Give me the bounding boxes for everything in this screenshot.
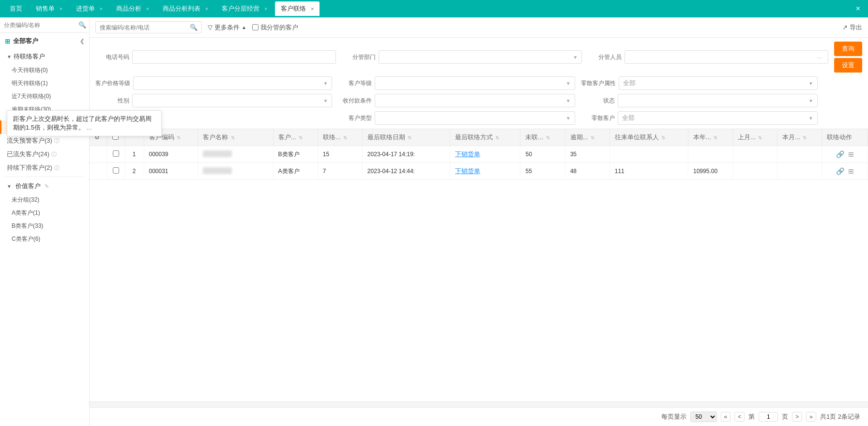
nav-product-analysis[interactable]: 商品分析 × xyxy=(110,1,155,16)
dept-input[interactable]: ▼ xyxy=(379,50,582,64)
sidebar-search-input[interactable] xyxy=(4,22,76,29)
filter-row-4: ... 客户类型 ▼ 零散客户 全部 ▼ xyxy=(95,111,862,125)
manager-input[interactable]: ··· xyxy=(624,50,828,64)
col-customer-type[interactable]: 客户... ⇅ xyxy=(273,129,318,146)
sustain-decline-info-icon[interactable]: ⓘ xyxy=(54,164,60,172)
already-lost-info-icon[interactable]: ⓘ xyxy=(51,151,57,158)
phone-input[interactable] xyxy=(132,50,336,64)
prev-page-btn[interactable]: < xyxy=(734,412,745,422)
sort-icon-name: ⇅ xyxy=(231,135,235,140)
row1-link-icon[interactable]: 🔗 xyxy=(836,150,844,158)
next-page-btn[interactable]: > xyxy=(792,412,802,422)
row2-link-icon[interactable]: 🔗 xyxy=(836,167,844,175)
sidebar-item-c-class[interactable]: C类客户(6) xyxy=(0,233,89,246)
retail-customer-label: 零散客户 xyxy=(581,114,615,122)
retail-attr-input[interactable]: 全部 ▼ xyxy=(619,76,818,90)
my-customers-check[interactable] xyxy=(252,24,259,30)
row1-last-contact-method[interactable]: 下销货单 xyxy=(450,146,520,163)
row1-overdue: 35 xyxy=(565,146,609,163)
retail-customer-input[interactable]: 全部 ▼ xyxy=(618,111,818,125)
page-number-input[interactable] xyxy=(759,412,778,422)
payment-input[interactable]: ▼ xyxy=(375,94,575,107)
export-btn[interactable]: ↗ 导出 xyxy=(842,23,862,32)
col-last-contact-date[interactable]: 最后联络日期 ⇅ xyxy=(362,129,450,146)
nav-customer-tier[interactable]: 客户分层经营 × xyxy=(216,1,273,16)
row2-unit-contact: 111 xyxy=(609,163,688,180)
col-this-month[interactable]: 本月... ⇅ xyxy=(777,129,822,146)
col-unit-contact[interactable]: 往来单位联系人 ⇅ xyxy=(609,129,688,146)
last-page-btn[interactable]: » xyxy=(806,412,816,422)
nav-sales[interactable]: 销售单 × xyxy=(30,1,68,16)
row2-last-month xyxy=(733,163,777,180)
more-conditions-btn[interactable]: ▽ 更多条件 ▲ xyxy=(208,23,246,32)
col-customer-name[interactable]: 客户名称 ⇅ xyxy=(198,129,273,146)
edit-icon[interactable]: ✎ xyxy=(45,183,49,190)
customer-level-input[interactable]: ▼ xyxy=(375,76,575,90)
top-navigation: 首页 销售单 × 进货单 × 商品分析 × 商品分析列表 × 客户分层经营 × … xyxy=(0,0,868,17)
row2-customer-type: A类客户 xyxy=(273,163,318,180)
status-down-arrow: ▼ xyxy=(808,98,813,103)
sidebar-item-tomorrow-pending[interactable]: 明天待联络(1) xyxy=(0,77,89,90)
settings-button[interactable]: 设置 xyxy=(834,58,862,73)
per-page-select[interactable]: 50 100 200 xyxy=(690,411,717,422)
horizontal-scrollbar[interactable] xyxy=(90,401,868,407)
sidebar-item-already-lost[interactable]: 已流失客户(24) ⓘ xyxy=(0,147,89,161)
value-customer-header[interactable]: ▼ 价值客户 ✎ xyxy=(0,179,89,193)
gender-input[interactable]: ▼ xyxy=(132,94,332,107)
col-overdue[interactable]: 逾期... ⇅ xyxy=(565,129,609,146)
row1-method-link[interactable]: 下销货单 xyxy=(455,150,480,158)
query-button[interactable]: 查询 xyxy=(834,42,862,56)
row2-checkbox[interactable] xyxy=(113,167,119,174)
first-page-btn[interactable]: « xyxy=(721,412,731,422)
nav-customer-tier-close[interactable]: × xyxy=(264,6,267,12)
main-search-icon[interactable]: 🔍 xyxy=(190,24,198,31)
col-overdue-label: 逾期... xyxy=(570,133,588,141)
data-table-area: ⚙ 客户编码 ⇅ 客户名称 ⇅ xyxy=(90,129,868,401)
sidebar-collapse-icon[interactable]: ❮ xyxy=(80,38,84,44)
main-search-input[interactable] xyxy=(100,24,187,31)
nav-customer-contact[interactable]: 客户联络 × xyxy=(275,1,320,16)
row1-checkbox[interactable] xyxy=(113,150,119,157)
nav-product-analysis-list-close[interactable]: × xyxy=(205,6,208,12)
row2-method-link[interactable]: 下销货单 xyxy=(455,167,480,175)
col-last-month[interactable]: 上月... ⇅ xyxy=(733,129,777,146)
pending-contact-header[interactable]: ▼ 待联络客户 xyxy=(0,49,89,64)
sidebar-item-today-pending[interactable]: 今天待联络(0) xyxy=(0,64,89,77)
sidebar-item-a-class[interactable]: A类客户(1) xyxy=(0,206,89,220)
col-last-month-label: 上月... xyxy=(738,133,756,141)
row2-grid-icon[interactable]: ⊞ xyxy=(848,167,854,175)
nav-home[interactable]: 首页 xyxy=(4,1,28,16)
action-buttons: 查询 设置 xyxy=(834,42,862,73)
col-last-contact-method[interactable]: 最后联络方式 ⇅ xyxy=(450,129,520,146)
nav-purchase[interactable]: 进货单 × xyxy=(70,1,108,16)
row1-grid-icon[interactable]: ⊞ xyxy=(848,150,854,158)
nav-product-analysis-close[interactable]: × xyxy=(146,6,149,12)
manager-dots[interactable]: ··· xyxy=(815,54,824,61)
nav-sales-close[interactable]: × xyxy=(60,6,62,12)
sidebar-item-ungroups[interactable]: 未分组(32) xyxy=(0,193,89,206)
sidebar-search-icon[interactable]: 🔍 xyxy=(78,21,86,29)
sidebar-item-sustain-decline[interactable]: 持续下滑客户(2) ⓘ xyxy=(0,161,89,175)
all-customers-header[interactable]: ⊞ 全部客户 ❮ xyxy=(0,33,89,49)
col-contact-count[interactable]: 联络... ⇅ xyxy=(318,129,362,146)
sidebar-item-week-pending[interactable]: 近7天待联络(0) xyxy=(0,90,89,103)
gender-field: 性别 ▼ xyxy=(95,94,332,107)
price-level-input[interactable]: ▼ xyxy=(133,76,332,90)
retail-attr-field: 零散客户属性 全部 ▼ xyxy=(581,76,818,90)
row2-last-contact-method[interactable]: 下销货单 xyxy=(450,163,520,180)
loss-warning-info-icon[interactable]: ⓘ xyxy=(54,137,60,145)
col-this-year[interactable]: 本年... ⇅ xyxy=(688,129,733,146)
phone-label: 电话号码 xyxy=(95,53,129,61)
customer-type-input[interactable]: ▼ xyxy=(375,111,575,125)
nav-product-analysis-list[interactable]: 商品分析列表 × xyxy=(157,1,214,16)
pending-contact-label: 待联络客户 xyxy=(14,52,45,61)
nav-purchase-close[interactable]: × xyxy=(100,6,103,12)
col-contact-count-label: 联络... xyxy=(323,133,341,141)
status-input[interactable]: ▼ xyxy=(618,94,818,107)
window-close-button[interactable]: × xyxy=(852,2,864,15)
col-no-contact[interactable]: 未联... ⇅ xyxy=(520,129,565,146)
sidebar-item-b-class[interactable]: B类客户(33) xyxy=(0,220,89,233)
nav-customer-contact-close[interactable]: × xyxy=(311,6,314,12)
payment-field: 收付款条件 ▼ xyxy=(338,94,575,107)
row2-customer-code: 000031 xyxy=(144,163,198,180)
